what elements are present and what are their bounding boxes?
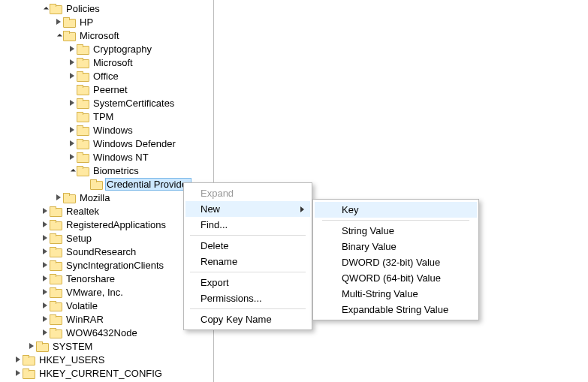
menu-item-copy-key-name[interactable]: Copy Key Name: [185, 311, 310, 327]
submenu-item-expstring[interactable]: Expandable String Value: [315, 302, 477, 317]
tree-node-tenorshare[interactable]: Tenorshare: [0, 272, 213, 285]
chevron-right-icon[interactable]: [68, 71, 77, 80]
folder-icon: [77, 138, 89, 149]
tree-node-office[interactable]: Office: [0, 69, 213, 83]
tree-node-vmware[interactable]: VMware, Inc.: [0, 285, 213, 299]
folder-icon: [77, 125, 89, 135]
tree-node-cryptography[interactable]: Cryptography: [0, 42, 213, 56]
folder-icon: [90, 179, 102, 189]
menu-label: Expandable String Value: [342, 304, 448, 315]
chevron-right-icon[interactable]: [27, 341, 36, 350]
folder-icon: [77, 84, 89, 95]
tree-node-system[interactable]: SYSTEM: [0, 339, 213, 353]
chevron-right-icon[interactable]: [68, 125, 77, 134]
chevron-right-icon[interactable]: [68, 58, 77, 67]
chevron-right-icon[interactable]: [41, 314, 50, 323]
tree-node-policies[interactable]: Policies: [0, 2, 213, 15]
submenu-item-key[interactable]: Key: [315, 202, 477, 218]
menu-label: Expand: [201, 188, 234, 199]
context-menu: Expand New Find... Delete Rename Export …: [183, 182, 312, 330]
chevron-down-icon[interactable]: [41, 4, 50, 13]
chevron-down-icon[interactable]: [68, 166, 77, 175]
chevron-right-icon[interactable]: [41, 287, 50, 296]
folder-icon: [77, 98, 89, 108]
tree-node-defender[interactable]: Windows Defender: [0, 137, 213, 150]
menu-label: Multi-String Value: [342, 288, 418, 299]
chevron-right-icon[interactable]: [68, 139, 77, 148]
tree-node-biometrics[interactable]: Biometrics: [0, 164, 213, 177]
tree-node-ms-inner[interactable]: Microsoft: [0, 56, 213, 69]
menu-label: Export: [201, 277, 229, 288]
tree-node-tpm[interactable]: TPM: [0, 110, 213, 123]
menu-separator: [322, 220, 469, 221]
tree-node-soundresearch[interactable]: SoundResearch: [0, 245, 213, 258]
chevron-right-icon[interactable]: [41, 220, 50, 229]
folder-icon: [50, 233, 62, 243]
chevron-right-icon[interactable]: [41, 247, 50, 256]
tree-label: SyncIntegrationClients: [65, 260, 165, 271]
tree-label: Realtek: [65, 206, 101, 217]
tree-label: Windows Defender: [92, 138, 177, 149]
submenu-item-string[interactable]: String Value: [315, 223, 477, 239]
tree-node-regapps[interactable]: RegisteredApplications: [0, 218, 213, 231]
chevron-down-icon[interactable]: [54, 31, 63, 40]
tree-label: Windows NT: [92, 152, 150, 163]
folder-icon: [50, 3, 62, 14]
chevron-right-icon[interactable]: [68, 98, 77, 107]
tree-node-winrar[interactable]: WinRAR: [0, 312, 213, 326]
tree-node-hkey-users[interactable]: HKEY_USERS: [0, 353, 213, 366]
chevron-right-icon[interactable]: [41, 260, 50, 269]
menu-item-rename[interactable]: Rename: [185, 254, 310, 269]
menu-label: DWORD (32-bit) Value: [342, 257, 440, 268]
submenu-item-dword[interactable]: DWORD (32-bit) Value: [315, 254, 477, 270]
menu-item-delete[interactable]: Delete: [185, 238, 310, 254]
tree-node-credprov[interactable]: Credential Provider: [0, 177, 213, 191]
tree-node-hp[interactable]: HP: [0, 15, 213, 29]
tree-node-wow64[interactable]: WOW6432Node: [0, 326, 213, 339]
menu-separator: [190, 235, 306, 236]
chevron-right-icon[interactable]: [54, 17, 63, 26]
tree-node-hkey-cc[interactable]: HKEY_CURRENT_CONFIG: [0, 366, 213, 380]
menu-label: Rename: [201, 256, 237, 267]
tree-label: Mozilla: [78, 192, 111, 203]
folder-icon: [23, 368, 35, 378]
menu-item-export[interactable]: Export: [185, 275, 310, 290]
tree-label: Policies: [65, 3, 101, 14]
tree-node-nt[interactable]: Windows NT: [0, 150, 213, 164]
chevron-right-icon[interactable]: [41, 301, 50, 310]
tree-node-mozilla[interactable]: Mozilla: [0, 191, 213, 204]
chevron-right-icon[interactable]: [41, 274, 50, 283]
chevron-right-icon[interactable]: [41, 233, 50, 242]
chevron-right-icon[interactable]: [54, 193, 63, 202]
tree-label: VMware, Inc.: [65, 287, 125, 298]
folder-icon: [77, 152, 89, 162]
menu-item-permissions[interactable]: Permissions...: [185, 290, 310, 306]
chevron-right-icon[interactable]: [41, 328, 50, 337]
menu-separator: [190, 272, 306, 272]
menu-label: Key: [342, 204, 358, 215]
chevron-right-icon[interactable]: [41, 206, 50, 215]
chevron-right-icon[interactable]: [68, 152, 77, 161]
tree-node-syncint[interactable]: SyncIntegrationClients: [0, 258, 213, 272]
tree-node-systemcerts[interactable]: SystemCertificates: [0, 96, 213, 110]
menu-label: Permissions...: [201, 293, 262, 304]
tree-node-volatile[interactable]: Volatile: [0, 299, 213, 312]
tree-node-windows[interactable]: Windows: [0, 123, 213, 137]
chevron-right-icon[interactable]: [68, 44, 77, 53]
tree-node-realtek[interactable]: Realtek: [0, 204, 213, 218]
menu-item-new[interactable]: New: [185, 201, 310, 217]
submenu-item-binary[interactable]: Binary Value: [315, 239, 477, 254]
registry-tree[interactable]: Policies HP Microsoft Cryptography Micro…: [0, 0, 213, 380]
submenu-item-qword[interactable]: QWORD (64-bit) Value: [315, 270, 477, 286]
menu-item-find[interactable]: Find...: [185, 217, 310, 233]
tree-label: Setup: [65, 233, 93, 244]
tree-label: HKEY_CURRENT_CONFIG: [38, 368, 164, 379]
chevron-right-icon[interactable]: [14, 368, 23, 377]
folder-icon: [63, 192, 75, 203]
tree-node-microsoft[interactable]: Microsoft: [0, 29, 213, 42]
tree-node-peernet[interactable]: Peernet: [0, 83, 213, 96]
chevron-right-icon[interactable]: [14, 355, 23, 364]
submenu-item-multistring[interactable]: Multi-String Value: [315, 286, 477, 302]
tree-node-setup[interactable]: Setup: [0, 231, 213, 245]
folder-icon: [63, 30, 75, 41]
